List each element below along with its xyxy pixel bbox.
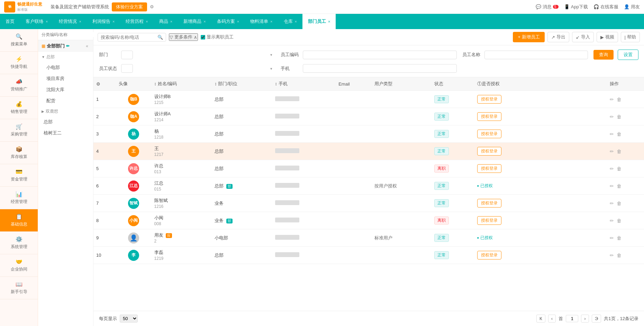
- nav-item-客户联络[interactable]: 客户联络×: [20, 14, 53, 29]
- nav-close-icon[interactable]: ×: [46, 19, 48, 24]
- edit-btn[interactable]: ✏: [610, 183, 614, 189]
- sidebar-item-快捷导航[interactable]: ⚡快捷导航: [0, 52, 38, 74]
- trial-btn[interactable]: 体验行业方案: [112, 2, 147, 11]
- auth-login-btn[interactable]: 授权登录: [477, 130, 501, 138]
- th-dept[interactable]: ↕ 部门/职位: [212, 77, 272, 91]
- query-btn[interactable]: 查询: [593, 50, 614, 60]
- dept-group-header-sobu[interactable]: ▼ 总部: [38, 52, 93, 62]
- nav-item-物料清单[interactable]: 物料清单×: [245, 14, 278, 29]
- nav-close-icon[interactable]: ×: [237, 19, 239, 24]
- edit-btn[interactable]: ✏: [610, 218, 614, 223]
- dept-edit-icon[interactable]: ✏: [66, 44, 70, 49]
- dept-item-zhishu[interactable]: 植树王二: [38, 127, 93, 139]
- export-btn[interactable]: ↗ 导出: [547, 32, 569, 42]
- nav-item-仓库[interactable]: 仓库×: [278, 14, 302, 29]
- delete-btn[interactable]: 🗑: [617, 183, 622, 189]
- auth-login-btn[interactable]: 授权登录: [477, 95, 501, 104]
- nav-close-icon[interactable]: ×: [146, 19, 148, 24]
- sidebar-item-搜索菜单[interactable]: 🔍搜索菜单: [0, 29, 38, 52]
- emp-code-input[interactable]: [303, 51, 457, 59]
- nav-item-经营情况[interactable]: 经营情况×: [53, 14, 87, 29]
- dept-collapse-btn[interactable]: «: [84, 43, 90, 49]
- dept-group-header-shuanglu[interactable]: ▶ 双鹿想: [38, 106, 93, 116]
- auth-login-btn[interactable]: 授权登录: [477, 199, 501, 208]
- add-employee-btn[interactable]: + 新增员工: [513, 32, 544, 42]
- delete-btn[interactable]: 🗑: [617, 253, 622, 258]
- edit-btn[interactable]: ✏: [610, 114, 614, 120]
- prev-page-btn[interactable]: ‹: [548, 315, 556, 323]
- online-service-btn[interactable]: 🎧 在线客服: [593, 4, 618, 10]
- delete-btn[interactable]: 🗑: [617, 97, 622, 102]
- emp-status-select[interactable]: [121, 64, 133, 73]
- nav-close-icon[interactable]: ×: [79, 19, 81, 24]
- auth-login-btn[interactable]: 授权登录: [477, 147, 501, 156]
- message-btn[interactable]: 💬 消息 5: [536, 4, 559, 10]
- per-page-select[interactable]: 50 100 200: [120, 315, 138, 323]
- sidebar-item-企业协同[interactable]: 🤝企业协同: [0, 254, 38, 277]
- delete-btn[interactable]: 🗑: [617, 131, 622, 137]
- search-input[interactable]: [101, 35, 156, 40]
- dept-item-shenyang[interactable]: 沈阳大库: [38, 84, 93, 95]
- emp-name-input[interactable]: [484, 51, 588, 59]
- sidebar-item-资金管理[interactable]: 💳资金管理: [0, 164, 38, 187]
- nav-item-利润报告[interactable]: 利润报告×: [87, 14, 120, 29]
- dept-item-xiangmu[interactable]: 项目库房: [38, 73, 93, 84]
- nav-close-icon[interactable]: ×: [203, 19, 206, 24]
- edit-btn[interactable]: ✏: [610, 235, 614, 241]
- user-btn[interactable]: 👤 用友: [624, 4, 640, 10]
- sidebar-item-系统管理[interactable]: ⚙️系统管理: [0, 232, 38, 254]
- auth-login-btn[interactable]: 授权登录: [477, 216, 501, 225]
- nav-close-icon[interactable]: ×: [270, 19, 272, 24]
- edit-btn[interactable]: ✏: [610, 149, 614, 154]
- help-btn[interactable]: | 帮助: [621, 32, 640, 42]
- edit-btn[interactable]: ✏: [610, 201, 614, 206]
- dept-select[interactable]: [121, 51, 133, 59]
- sidebar-item-采购管理[interactable]: 🛒采购管理: [0, 119, 38, 142]
- nav-item-经营历程[interactable]: 经营历程×: [120, 14, 153, 29]
- auth-login-btn[interactable]: 授权登录: [477, 112, 501, 121]
- edit-btn[interactable]: ✏: [610, 166, 614, 171]
- nav-close-icon[interactable]: ×: [112, 19, 115, 24]
- sidebar-item-营销推广[interactable]: 📣营销推广: [0, 74, 38, 97]
- first-page-btn[interactable]: К: [536, 315, 545, 323]
- page-input[interactable]: [566, 315, 578, 322]
- dept-search-input[interactable]: [42, 32, 93, 37]
- more-filter-btn[interactable]: ▽ 更多条件 ∧: [169, 33, 198, 41]
- sidebar-item-基础信息[interactable]: 📋基础信息: [0, 209, 38, 232]
- delete-btn[interactable]: 🗑: [617, 114, 622, 120]
- sidebar-item-经营管理[interactable]: 📊经营管理: [0, 187, 38, 209]
- nav-item-条码方案[interactable]: 条码方案×: [211, 14, 245, 29]
- phone-input[interactable]: [303, 64, 457, 73]
- edit-btn[interactable]: ✏: [610, 131, 614, 137]
- app-download-btn[interactable]: 📱 App下载: [564, 4, 588, 10]
- delete-btn[interactable]: 🗑: [617, 201, 622, 206]
- last-page-btn[interactable]: Э: [592, 315, 601, 323]
- nav-item-新增商品[interactable]: 新增商品×: [178, 14, 211, 29]
- th-phone[interactable]: ↕ 手机: [272, 77, 336, 91]
- delete-btn[interactable]: 🗑: [617, 166, 622, 171]
- auth-login-btn[interactable]: 授权登录: [477, 164, 501, 173]
- next-page-btn[interactable]: ›: [581, 315, 589, 323]
- sidebar-item-新手引导[interactable]: 📖新手引导: [0, 277, 38, 299]
- import-btn[interactable]: ↙ 导入: [572, 32, 594, 42]
- nav-item-部门员工[interactable]: 部门员工×: [302, 14, 336, 29]
- delete-btn[interactable]: 🗑: [617, 235, 622, 241]
- nav-item-首页[interactable]: 首页: [0, 14, 20, 29]
- view-btn[interactable]: ▶ 视频: [597, 32, 618, 42]
- auth-login-btn[interactable]: 授权登录: [477, 251, 501, 259]
- settings-icon[interactable]: ⚙: [150, 4, 154, 9]
- delete-btn[interactable]: 🗑: [617, 218, 622, 223]
- sidebar-item-销售管理[interactable]: 💰销售管理: [0, 97, 38, 119]
- set-btn[interactable]: 设置: [618, 50, 638, 60]
- delete-btn[interactable]: 🗑: [617, 149, 622, 154]
- dept-item-zongbu[interactable]: 总部: [38, 116, 93, 127]
- nav-item-商品[interactable]: 商品×: [154, 14, 178, 29]
- nav-close-icon[interactable]: ×: [170, 19, 172, 24]
- edit-btn[interactable]: ✏: [610, 253, 614, 258]
- nav-close-icon[interactable]: ×: [295, 19, 297, 24]
- th-name[interactable]: ↕ 姓名/编码: [152, 77, 212, 91]
- dept-item-peihuo[interactable]: 配货: [38, 95, 93, 106]
- edit-btn[interactable]: ✏: [610, 97, 614, 102]
- sidebar-item-库存核算[interactable]: 📦库存核算: [0, 142, 38, 164]
- dept-item-xiaodianbu[interactable]: 小电部: [38, 62, 93, 73]
